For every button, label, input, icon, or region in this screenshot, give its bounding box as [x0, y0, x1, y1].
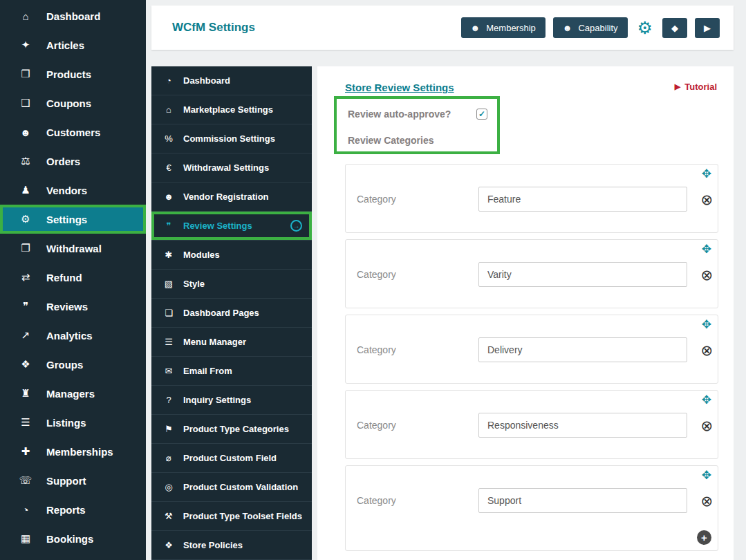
settings-menu-item-product-custom-validation[interactable]: ◎ Product Custom Validation: [151, 473, 312, 502]
settings-menu-item-style[interactable]: ▧ Style: [151, 270, 312, 299]
main-area: WCfM Settings ☻ Membership ☻ Capability …: [146, 0, 746, 560]
menu-item-label: Email From: [183, 366, 232, 376]
sidebar-item-coupons[interactable]: ❑ Coupons: [0, 88, 146, 118]
category-list: ✥ Category ⊗ ✥ Category ⊗: [345, 164, 718, 551]
question-icon: ?: [163, 395, 174, 405]
sidebar-item-listings[interactable]: ☰ Listings: [0, 408, 146, 437]
panel-head: Store Review Settings ▶ Tutorial: [345, 82, 717, 93]
list-icon: ☰: [19, 416, 32, 429]
settings-menu-item-vendor-registration[interactable]: ☻ Vendor Registration: [151, 183, 312, 212]
sidebar-item-label: Groups: [46, 359, 83, 371]
home-icon: ⌂: [19, 10, 32, 22]
knowledgebase-button[interactable]: ◆: [662, 18, 687, 38]
settings-menu-item-modules[interactable]: ✱ Modules: [151, 241, 312, 270]
comment-icon: ❞: [163, 221, 174, 231]
sidebar-item-label: Refund: [46, 272, 82, 283]
category-card: ✥ Category ⊗: [345, 164, 718, 233]
remove-circle-icon[interactable]: ⊗: [700, 343, 713, 357]
settings-menu-item-dashboard-pages[interactable]: ❏ Dashboard Pages: [151, 299, 312, 328]
settings-menu-item-marketplace-settings[interactable]: ⌂ Marketplace Settings: [151, 95, 312, 124]
capability-button[interactable]: ☻ Capability: [553, 17, 628, 38]
move-arrows-icon[interactable]: ✥: [702, 394, 711, 406]
settings-menu-item-product-custom-field[interactable]: ⌀ Product Custom Field: [151, 444, 312, 473]
menu-item-label: Modules: [183, 250, 220, 260]
review-auto-approve-checkbox[interactable]: ✓: [476, 109, 487, 120]
gear-icon[interactable]: ⚙: [637, 19, 653, 37]
sidebar-item-settings[interactable]: ⚙ Settings: [0, 205, 146, 234]
settings-menu-item-withdrawal-settings[interactable]: € Withdrawal Settings: [151, 153, 312, 183]
sidebar-item-refund[interactable]: ⇄ Refund: [0, 263, 146, 292]
category-input[interactable]: [478, 262, 687, 287]
sidebar-item-bookings[interactable]: ▦ Bookings: [0, 524, 146, 553]
sidebar-item-reviews[interactable]: ❞ Reviews: [0, 292, 146, 321]
sidebar-item-label: Bookings: [46, 533, 93, 545]
sidebar-item-reports[interactable]: ◔ Reports: [0, 495, 146, 524]
sidebar-item-label: Articles: [46, 39, 84, 51]
remove-circle-icon[interactable]: ⊗: [700, 268, 713, 282]
category-field-label: Category: [357, 269, 478, 280]
sidebar-item-managers[interactable]: ♜ Managers: [0, 379, 146, 408]
settings-menu-item-menu-manager[interactable]: ☰ Menu Manager: [151, 328, 312, 357]
sidebar-item-label: Customers: [46, 127, 100, 138]
user-plus-icon: ☻: [471, 23, 481, 33]
settings-menu-item-dashboard[interactable]: ◔ Dashboard: [151, 66, 312, 95]
menu-item-label: Inquiry Settings: [183, 395, 251, 405]
sidebar-item-dashboard[interactable]: ⌂ Dashboard: [0, 1, 146, 30]
settings-menu-item-review-settings[interactable]: ❞ Review Settings →: [151, 212, 312, 241]
membership-button[interactable]: ☻ Membership: [461, 17, 545, 38]
tutorial-link[interactable]: ▶ Tutorial: [675, 82, 717, 92]
sidebar-item-customers[interactable]: ☻ Customers: [0, 118, 146, 147]
category-input[interactable]: [478, 337, 687, 362]
menu-item-label: Style: [183, 279, 205, 289]
move-arrows-icon[interactable]: ✥: [702, 168, 711, 180]
category-input[interactable]: [478, 488, 687, 513]
sidebar-item-label: Analytics: [46, 330, 93, 342]
move-arrows-icon[interactable]: ✥: [702, 469, 711, 481]
video-tutorial-button[interactable]: ▶: [695, 18, 720, 38]
sidebar-item-label: Memberships: [46, 446, 113, 458]
add-category-button[interactable]: +: [697, 530, 711, 545]
menu-item-label: Commission Settings: [183, 133, 275, 144]
percent-icon: %: [163, 133, 174, 144]
settings-menu-item-commission-settings[interactable]: % Commission Settings: [151, 124, 312, 153]
remove-circle-icon[interactable]: ⊗: [700, 418, 713, 433]
sidebar-item-label: Support: [46, 475, 86, 487]
sidebar-item-withdrawal[interactable]: ❐ Withdrawal: [0, 234, 146, 263]
remove-circle-icon[interactable]: ⊗: [700, 494, 713, 508]
sidebar-item-analytics[interactable]: ↗ Analytics: [0, 321, 146, 350]
wrench-icon: ⚒: [163, 511, 174, 521]
sidebar-item-label: Vendors: [46, 185, 87, 196]
settings-menu-item-product-type-toolset-fields[interactable]: ⚒ Product Type Toolset Fields: [151, 502, 312, 531]
sidebar-item-support[interactable]: ☏ Support: [0, 466, 146, 495]
sidebar-item-products[interactable]: ❒ Products: [0, 59, 146, 88]
modules-icon: ✱: [163, 250, 174, 260]
sidebar-item-articles[interactable]: ✦ Articles: [0, 30, 146, 59]
settings-menu-item-product-type-categories[interactable]: ⚑ Product Type Categories: [151, 415, 312, 444]
menu-item-label: Dashboard Pages: [183, 308, 259, 318]
gears-icon: ⚙: [19, 213, 32, 225]
move-arrows-icon[interactable]: ✥: [702, 319, 711, 330]
page-header: WCfM Settings ☻ Membership ☻ Capability …: [151, 6, 734, 50]
category-input[interactable]: [478, 187, 687, 212]
settings-menu-item-inquiry-settings[interactable]: ? Inquiry Settings: [151, 386, 312, 415]
remove-circle-icon[interactable]: ⊗: [700, 192, 713, 207]
review-settings-highlight-box: Review auto-approve? ✓ Review Categories: [334, 96, 500, 154]
category-field-label: Category: [357, 495, 478, 506]
category-card: ✥ Category ⊗: [345, 390, 718, 459]
category-row: Category: [346, 315, 718, 384]
box-icon: ❒: [19, 68, 32, 80]
content-row: ◔ Dashboard ⌂ Marketplace Settings % Com…: [151, 66, 734, 560]
settings-menu-item-store-policies[interactable]: ❖ Store Policies: [151, 531, 312, 560]
settings-menu-item-email-from[interactable]: ✉ Email From: [151, 357, 312, 386]
sidebar-item-vendors[interactable]: ♟ Vendors: [0, 176, 146, 205]
comment-icon: ❞: [19, 300, 32, 312]
sidebar-item-orders[interactable]: ⚖ Orders: [0, 147, 146, 176]
card-icon: ❐: [19, 242, 32, 254]
sidebar-item-groups[interactable]: ❖ Groups: [0, 350, 146, 379]
sidebar-item-label: Orders: [46, 156, 80, 167]
page-title: WCfM Settings: [172, 21, 255, 35]
category-input[interactable]: [478, 413, 687, 438]
move-arrows-icon[interactable]: ✥: [702, 243, 711, 255]
sidebar-item-memberships[interactable]: ✚ Memberships: [0, 437, 146, 466]
auto-approve-label: Review auto-approve?: [348, 109, 451, 120]
